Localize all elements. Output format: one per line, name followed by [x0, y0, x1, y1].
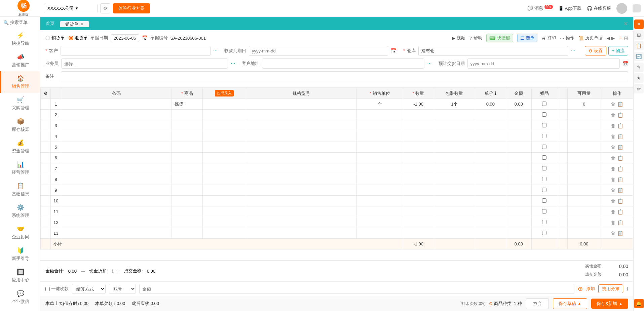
search-menu-button[interactable]: 🔍 搜索菜单 [0, 17, 40, 28]
company-selector[interactable]: XXXXXX公司 ▾ [44, 4, 98, 13]
fee-split-button[interactable]: 费用分摊 [598, 284, 623, 293]
delete-icon-11[interactable]: 🗑 [611, 209, 615, 215]
copy-icon-8[interactable]: 📋 [617, 177, 623, 182]
list-view-icon[interactable]: ≡ [619, 35, 622, 41]
fee-info-icon[interactable]: ℹ [627, 286, 628, 291]
sidebar-item-finance[interactable]: 💰 资金管理 [0, 136, 40, 157]
col-config-header[interactable]: ⚙ [41, 88, 51, 99]
app-download-button[interactable]: 📱 App下载 [558, 5, 581, 11]
cell-spec-5[interactable] [246, 142, 357, 153]
cell-spec-13[interactable] [246, 228, 357, 239]
close-window-icon[interactable]: ✕ [618, 21, 633, 27]
nav-prev-icon[interactable]: ◀ [607, 36, 610, 41]
cell-barcode-3[interactable] [61, 120, 172, 131]
copy-icon-5[interactable]: 📋 [617, 145, 623, 150]
cell-gift-11[interactable] [532, 206, 557, 217]
salesman-input[interactable] [61, 59, 228, 69]
cell-gift-1[interactable] [532, 99, 557, 110]
cell-barcode-11[interactable] [61, 206, 172, 217]
cell-gift-6[interactable] [532, 153, 557, 163]
right-panel-btn-note[interactable]: 📋 [634, 41, 644, 50]
delete-icon-10[interactable]: 🗑 [611, 198, 615, 204]
cell-spec-11[interactable] [246, 206, 357, 217]
right-panel-btn-refresh[interactable]: 🔄 [634, 52, 644, 61]
sidebar-item-quick-nav[interactable]: ⚡ 快捷导航 [0, 28, 40, 50]
right-panel-btn-pencil[interactable]: ✏ [634, 84, 644, 93]
add-payment-icon[interactable]: ⊕ [578, 285, 583, 293]
setup-button[interactable]: ⚙ 设置 [585, 46, 606, 55]
nav-next-icon[interactable]: ▶ [611, 36, 615, 41]
right-panel-btn-grid[interactable]: ⊞ [634, 30, 644, 40]
radio-return-order[interactable]: 退货单 [69, 35, 88, 41]
delete-icon-3[interactable]: 🗑 [611, 123, 615, 128]
online-service-button[interactable]: 🎧 在线客服 [587, 5, 611, 11]
cell-spec-8[interactable] [246, 174, 357, 185]
help-button[interactable]: ? 帮助 [469, 35, 482, 41]
cell-barcode-6[interactable] [61, 153, 172, 163]
col-scan-header[interactable]: 扫码录入 [202, 88, 246, 99]
sidebar-item-apps[interactable]: 🔲 应用中心 [0, 265, 40, 286]
copy-icon-2[interactable]: 📋 [617, 112, 623, 118]
save-new-button[interactable]: 保存&新增 ▲ [591, 299, 628, 309]
customer-addr-more-icon[interactable]: ··· [427, 61, 431, 67]
sidebar-item-marketing[interactable]: 📣 营销推广 [0, 50, 40, 71]
video-button[interactable]: ▶ 视频 [452, 35, 465, 41]
abandon-button[interactable]: 放弃 [526, 298, 549, 309]
cell-spec-3[interactable] [246, 120, 357, 131]
trial-button[interactable]: 体验行业方案 [113, 3, 150, 13]
copy-icon-7[interactable]: 📋 [617, 166, 623, 171]
receive-date-calendar-icon[interactable]: 📅 [391, 48, 396, 53]
tab-home[interactable]: 首页 [40, 21, 60, 27]
delete-icon-7[interactable]: 🗑 [611, 166, 615, 171]
cell-barcode-9[interactable] [61, 185, 172, 196]
cell-spec-9[interactable] [246, 185, 357, 196]
operation-button[interactable]: ⋯ 操作 [560, 35, 574, 41]
user-avatar2[interactable] [633, 4, 641, 12]
copy-icon-9[interactable]: 📋 [617, 188, 623, 193]
right-panel-btn-list[interactable]: ≡ [634, 20, 644, 29]
sidebar-item-system[interactable]: ⚙️ 系统管理 [0, 200, 40, 222]
delete-icon-12[interactable]: 🗑 [611, 220, 615, 225]
cell-gift-3[interactable] [532, 120, 557, 131]
logistics-button[interactable]: + 物流 [608, 46, 628, 55]
cell-spec-4[interactable] [246, 131, 357, 142]
cell-barcode-10[interactable] [61, 196, 172, 206]
product-type-icon[interactable]: ⊙ [489, 301, 493, 306]
cell-barcode-12[interactable] [61, 217, 172, 228]
cell-gift-2[interactable] [532, 110, 557, 120]
scan-button[interactable]: 扫码录入 [215, 90, 234, 96]
customer-more-icon[interactable]: ··· [213, 48, 218, 54]
cell-barcode-4[interactable] [61, 131, 172, 142]
info-overdue-icon[interactable]: ℹ [114, 301, 116, 306]
cell-gift-4[interactable] [532, 131, 557, 142]
delete-icon-1[interactable]: 🗑 [611, 102, 615, 107]
delete-icon-13[interactable]: 🗑 [611, 231, 615, 236]
copy-icon-12[interactable]: 📋 [617, 220, 623, 225]
cell-barcode-8[interactable] [61, 174, 172, 185]
print-button[interactable]: 🖨 打印 [541, 35, 556, 41]
calendar-icon[interactable]: 📅 [142, 35, 148, 41]
sidebar-item-enterprise[interactable]: 🤝 企业协同 [0, 222, 40, 243]
delete-icon-8[interactable]: 🗑 [611, 177, 615, 182]
cell-spec-7[interactable] [246, 163, 357, 174]
cell-gift-13[interactable] [532, 228, 557, 239]
one-click-payment-check[interactable]: 一键收款 [45, 286, 69, 292]
sidebar-item-sales[interactable]: 🏠 销售管理 [0, 71, 40, 93]
copy-icon-4[interactable]: 📋 [617, 134, 623, 139]
salesman-more-icon[interactable]: ··· [231, 61, 235, 67]
info-icon[interactable]: ℹ [112, 269, 114, 274]
right-panel-btn-edit[interactable]: ✎ [634, 63, 644, 72]
radio-sales-order[interactable]: 销货单 [45, 35, 65, 41]
cell-barcode-7[interactable] [61, 163, 172, 174]
one-click-payment-checkbox[interactable] [45, 287, 50, 291]
date-value[interactable]: 2023-06-06 [111, 34, 139, 42]
cell-gift-12[interactable] [532, 217, 557, 228]
warehouse-input[interactable] [418, 46, 568, 56]
user-avatar[interactable] [616, 3, 627, 14]
delete-icon-5[interactable]: 🗑 [611, 145, 615, 150]
copy-icon-1[interactable]: 📋 [617, 102, 623, 107]
shortcut-button[interactable]: ⌨ 快捷键 [486, 34, 513, 42]
delete-icon-4[interactable]: 🗑 [611, 134, 615, 139]
sidebar-item-basic[interactable]: 📋 基础信息 [0, 179, 40, 200]
settings-button[interactable]: ⚙ [100, 3, 110, 13]
